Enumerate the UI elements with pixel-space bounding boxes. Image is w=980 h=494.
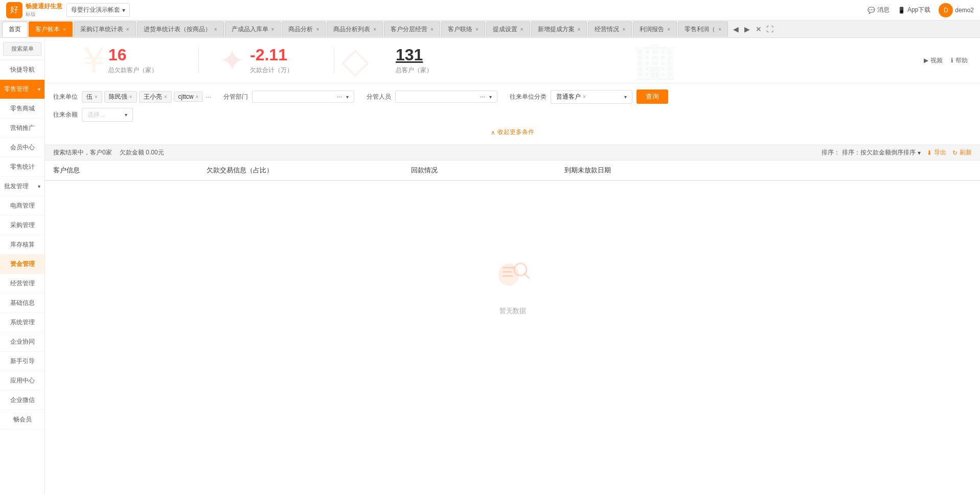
residual-chevron-icon: ▾ [125, 112, 127, 118]
close-icon[interactable]: × [271, 27, 275, 32]
logo-area: 好 畅捷通好生意 标版 [6, 2, 62, 18]
sidebar-item-retail-manage[interactable]: 零售管理 ▾ [0, 80, 44, 99]
close-icon[interactable]: × [214, 27, 217, 32]
tab-scroll-right[interactable]: ▶ [742, 24, 753, 34]
sidebar-item-system[interactable]: 系统管理 [0, 313, 44, 332]
dept-select[interactable]: ··· ▾ [252, 91, 354, 103]
table-header: 客户信息 欠款交易信息（占比） 回款情况 到期未放款日期 [45, 161, 980, 181]
residual-select[interactable]: 选择... ▾ [82, 108, 133, 122]
refresh-btn[interactable]: ↻ 刷新 [952, 148, 972, 157]
remove-tag-wang[interactable]: × [164, 94, 167, 100]
export-btn[interactable]: ⬇ 导出 [927, 148, 946, 157]
tab-purchase-order-stats[interactable]: 采购订单统计表 × [74, 21, 136, 37]
sidebar-item-marketing[interactable]: 营销推广 [0, 119, 44, 138]
tab-promotion-settings[interactable]: 提成设置 × [486, 21, 530, 37]
sidebar-item-enterprise[interactable]: 企业协同 [0, 332, 44, 352]
header-left: 好 畅捷通好生意 标版 母婴行业演示帐套 ▾ [6, 2, 130, 18]
help-btn[interactable]: ℹ 帮助 [951, 56, 968, 65]
sidebar-item-retail-stats[interactable]: 零售统计 [0, 158, 44, 177]
tab-fullscreen[interactable]: ⛶ [765, 24, 775, 34]
sidebar-item-ecommerce[interactable]: 电商管理 [0, 196, 44, 216]
sidebar-item-operations[interactable]: 经营管理 [0, 274, 44, 294]
video-btn[interactable]: ▶ 视频 [924, 56, 943, 65]
remove-tag-chen[interactable]: × [129, 94, 132, 100]
close-icon[interactable]: × [63, 27, 66, 32]
sort-select[interactable]: 排序： 排序：按欠款金额倒序排序 ▾ [822, 148, 921, 157]
person-select[interactable]: ··· ▾ [395, 91, 497, 103]
user-profile[interactable]: D demo2 [939, 3, 974, 17]
collapse-filters-btn[interactable]: ∧ 收起更多条件 [53, 126, 972, 139]
svg-rect-2 [503, 271, 512, 273]
col-customer-info: 客户信息 [53, 166, 207, 175]
stats-bar: ￥ ◇ 🏢 16 总欠款客户（家） ✦ -2.11 欠款合计（万） [45, 38, 980, 83]
close-icon[interactable]: × [667, 27, 670, 32]
company-select[interactable]: 母婴行业演示帐套 ▾ [66, 3, 130, 17]
phone-icon: 📱 [898, 7, 905, 14]
close-icon[interactable]: × [475, 27, 478, 32]
help-icon: ℹ [951, 57, 953, 64]
search-result-text: 搜索结果中，客户0家 [53, 149, 112, 156]
tab-nav-arrows: ◀ ▶ ✕ ⛶ [731, 24, 775, 34]
sidebar-item-quick-nav[interactable]: 快捷导航 [0, 60, 44, 80]
close-icon[interactable]: × [316, 27, 319, 32]
results-info: 搜索结果中，客户0家 欠款金额 0.00元 [53, 148, 164, 157]
tab-goods-analysis[interactable]: 商品分析 × [282, 21, 326, 37]
close-icon[interactable]: × [718, 27, 721, 32]
query-button[interactable]: 查询 [636, 89, 668, 104]
svg-line-5 [525, 274, 529, 278]
tab-home[interactable]: 首页 [2, 21, 28, 37]
search-menu-btn[interactable]: 搜索菜单 [3, 42, 41, 56]
chevron-down-icon: ▾ [122, 7, 125, 14]
tab-label: 进货单统计表（按商品） [144, 25, 211, 34]
close-icon[interactable]: × [373, 27, 376, 32]
tab-new-promotion[interactable]: 新增提成方案 × [531, 21, 587, 37]
close-icon[interactable]: × [520, 27, 523, 32]
tab-profit-report[interactable]: 利润报告 × [633, 21, 677, 37]
sidebar-item-app-center[interactable]: 应用中心 [0, 371, 44, 391]
tab-goods-analysis-list[interactable]: 商品分析列表 × [327, 21, 383, 37]
tab-home-label: 首页 [9, 25, 21, 34]
sidebar-item-purchase[interactable]: 采购管理 [0, 216, 44, 235]
app-download-btn[interactable]: 📱 App下载 [898, 6, 930, 14]
sidebar-item-retail-mall[interactable]: 零售商城 [0, 99, 44, 119]
tab-goods-stats[interactable]: 进货单统计表（按商品） × [137, 21, 224, 37]
tab-customer-contact[interactable]: 客户联络 × [441, 21, 485, 37]
help-label: 帮助 [955, 56, 968, 65]
category-chevron-icon: ▾ [624, 94, 627, 100]
tab-scroll-left[interactable]: ◀ [731, 24, 741, 34]
sidebar-item-inventory[interactable]: 库存核算 [0, 235, 44, 255]
close-icon[interactable]: × [622, 27, 625, 32]
tab-business-status[interactable]: 经营情况 × [588, 21, 632, 37]
sidebar-item-enterprise-wechat[interactable]: 企业微信 [0, 391, 44, 410]
username: demo2 [955, 7, 974, 14]
filter-tag-wu: 伍 × [82, 91, 102, 103]
close-icon[interactable]: × [430, 27, 434, 32]
sidebar-item-vip[interactable]: 畅会员 [0, 410, 44, 430]
collapse-up-icon: ∧ [491, 129, 495, 136]
unit-category-select[interactable]: 普通客户 × ▾ [551, 90, 632, 104]
filter-tag-chen: 陈民强 × [104, 91, 137, 103]
chevron-icon: ▾ [38, 184, 40, 189]
tab-product-in[interactable]: 产成品入库单 × [225, 21, 281, 37]
message-btn[interactable]: 💬 消息 [868, 6, 890, 14]
sidebar-item-newbie[interactable]: 新手引导 [0, 352, 44, 371]
tab-label: 采购订单统计表 [80, 25, 123, 34]
more-tags-btn[interactable]: ··· [205, 93, 211, 101]
sidebar-item-capital[interactable]: 资金管理 [0, 255, 44, 274]
tab-customer-segment[interactable]: 客户分层经营 × [384, 21, 440, 37]
sidebar-item-batch-manage[interactable]: 批发管理 ▾ [0, 177, 44, 196]
bg-building-icon: 🏢 [633, 39, 677, 81]
sidebar-item-member[interactable]: 会员中心 [0, 138, 44, 158]
sidebar-item-basics[interactable]: 基础信息 [0, 294, 44, 313]
tab-customer-ledger[interactable]: 客户账本 × [29, 21, 73, 37]
stat-divider-1 [198, 48, 199, 73]
close-icon[interactable]: × [578, 27, 581, 32]
tab-retail-profit[interactable]: 零售利润（ × [678, 21, 728, 37]
filter-row-2: 往来余额 选择... ▾ [53, 108, 972, 122]
remove-category-tag[interactable]: × [583, 94, 586, 100]
close-icon[interactable]: × [126, 27, 129, 32]
person-chevron-icon: ▾ [489, 94, 492, 100]
tab-close-all[interactable]: ✕ [754, 24, 764, 34]
remove-tag-wu[interactable]: × [95, 94, 98, 100]
remove-tag-cjttcw[interactable]: × [196, 94, 199, 100]
